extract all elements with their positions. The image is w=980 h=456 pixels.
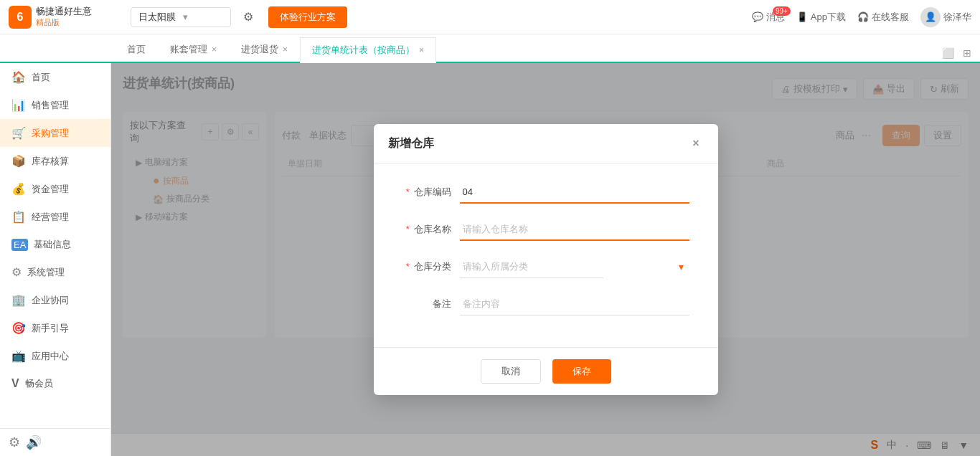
settings-gear-button[interactable]: ⚙ <box>237 6 260 29</box>
warehouse-name-input[interactable] <box>460 218 689 241</box>
sidebar-sales-label: 销售管理 <box>32 99 69 112</box>
sidebar-item-system[interactable]: ⚙ 系统管理 <box>0 258 110 286</box>
sidebar-item-vip[interactable]: V 畅会员 <box>0 370 110 397</box>
sidebar-item-operations[interactable]: 📋 经营管理 <box>0 203 110 231</box>
warehouse-remark-input[interactable] <box>460 293 689 315</box>
sidebar: 🏠 首页 📊 销售管理 🛒 采购管理 📦 库存核算 💰 资金管理 📋 经营管理 … <box>0 63 111 456</box>
try-industry-button[interactable]: 体验行业方案 <box>268 6 347 28</box>
tab-accounts-close[interactable]: × <box>212 44 217 54</box>
modal-overlay: 新增仓库 × * 仓库编码 <box>111 63 980 456</box>
top-header: 6 畅捷通好生意 精品版 日太阳膜 ▾ ⚙ 体验行业方案 💬 消息 99+ 📱 … <box>0 0 980 34</box>
sidebar-system-label: 系统管理 <box>27 266 65 279</box>
sidebar-sound-button[interactable]: 🔊 <box>26 434 42 450</box>
tab-purchase-stats[interactable]: 进货单统计表（按商品） × <box>300 37 436 63</box>
sidebar-item-finance[interactable]: 💰 资金管理 <box>0 175 110 203</box>
modal-body: * 仓库编码 * 仓库名称 <box>374 163 718 347</box>
sidebar-enterprise-label: 企业协同 <box>32 294 69 307</box>
warehouse-category-label: * 仓库分类 <box>402 260 460 273</box>
logo-text-block: 畅捷通好生意 精品版 <box>36 6 92 29</box>
tab-restore-button[interactable]: ⬜ <box>939 44 957 62</box>
cancel-button[interactable]: 取消 <box>481 359 541 384</box>
operations-icon: 📋 <box>11 210 26 224</box>
main-layout: 🏠 首页 📊 销售管理 🛒 采购管理 📦 库存核算 💰 资金管理 📋 经营管理 … <box>0 63 980 456</box>
messages-button[interactable]: 💬 消息 99+ <box>752 11 785 24</box>
sidebar-apps-label: 应用中心 <box>32 350 69 363</box>
sidebar-bottom: ⚙ 🔊 <box>0 428 111 456</box>
header-right: 💬 消息 99+ 📱 App下载 🎧 在线客服 👤 徐泽华 <box>752 7 971 27</box>
store-selector[interactable]: 日太阳膜 ▾ <box>131 7 231 27</box>
tab-purchase-return-close[interactable]: × <box>283 44 288 54</box>
warehouse-category-select-wrap: ▾ <box>460 255 689 278</box>
name-required-mark: * <box>406 224 410 234</box>
tab-accounts-label: 账套管理 <box>170 43 207 56</box>
save-button[interactable]: 保存 <box>552 359 611 384</box>
avatar: 👤 <box>920 7 941 27</box>
store-name: 日太阳膜 <box>138 11 179 24</box>
tab-purchase-return[interactable]: 进货退货 × <box>229 36 300 62</box>
warehouse-remark-row: 备注 <box>402 293 689 315</box>
warehouse-category-row: * 仓库分类 ▾ <box>402 255 689 278</box>
warehouse-category-input[interactable] <box>460 255 603 278</box>
tab-home-label: 首页 <box>127 43 146 56</box>
store-dropdown-arrow: ▾ <box>183 11 223 22</box>
app-download-button[interactable]: 📱 App下载 <box>796 11 846 24</box>
sidebar-newbie-label: 新手引导 <box>32 322 69 335</box>
sidebar-inventory-label: 库存核算 <box>32 155 69 168</box>
warehouse-name-row: * 仓库名称 <box>402 218 689 241</box>
sidebar-home-label: 首页 <box>32 71 50 84</box>
warehouse-code-input[interactable] <box>460 181 689 204</box>
system-icon: ⚙ <box>11 265 22 279</box>
tab-home[interactable]: 首页 <box>115 36 158 62</box>
sidebar-item-enterprise[interactable]: 🏢 企业协同 <box>0 286 110 314</box>
tab-purchase-return-label: 进货退货 <box>241 43 278 56</box>
sidebar-item-purchase[interactable]: 🛒 采购管理 <box>0 119 110 147</box>
sidebar-purchase-label: 采购管理 <box>32 127 69 140</box>
headset-icon: 🎧 <box>857 11 869 22</box>
category-required-mark: * <box>406 261 410 272</box>
content-area: 进货单统计(按商品) 🖨 按模板打印 ▾ 📤 导出 ↻ <box>111 63 980 456</box>
tab-purchase-stats-close[interactable]: × <box>419 45 424 55</box>
sidebar-settings-button[interactable]: ⚙ <box>9 434 20 450</box>
inventory-icon: 📦 <box>11 154 26 168</box>
user-profile-button[interactable]: 👤 徐泽华 <box>920 7 971 27</box>
warehouse-name-label: * 仓库名称 <box>402 223 460 236</box>
modal-close-button[interactable]: × <box>688 136 703 151</box>
app-dl-label: App下载 <box>811 11 846 24</box>
modal-footer: 取消 保存 <box>374 347 718 395</box>
online-service-button[interactable]: 🎧 在线客服 <box>857 11 909 24</box>
sidebar-item-inventory[interactable]: 📦 库存核算 <box>0 147 110 175</box>
message-badge: 99+ <box>773 6 791 16</box>
vip-icon: V <box>11 377 19 390</box>
message-icon: 💬 <box>752 11 763 22</box>
tab-controls: ⬜ ⊞ <box>939 44 980 62</box>
sidebar-item-basic[interactable]: EA 基础信息 <box>0 231 110 258</box>
modal-header: 新增仓库 × <box>374 124 718 163</box>
category-dropdown-arrow: ▾ <box>679 261 684 272</box>
sidebar-item-sales[interactable]: 📊 销售管理 <box>0 91 110 119</box>
apps-icon: 📺 <box>11 349 26 363</box>
code-required-mark: * <box>406 186 410 197</box>
logo-area: 6 畅捷通好生意 精品版 <box>9 6 116 29</box>
purchase-icon: 🛒 <box>11 126 26 140</box>
home-icon: 🏠 <box>11 70 26 84</box>
app-dl-icon: 📱 <box>796 11 808 22</box>
tab-accounts[interactable]: 账套管理 × <box>158 36 229 62</box>
logo-sub: 精品版 <box>36 17 92 28</box>
basic-icon: EA <box>11 239 28 251</box>
warehouse-remark-label: 备注 <box>402 298 460 310</box>
logo-title: 畅捷通好生意 <box>36 6 92 18</box>
sidebar-basic-label: 基础信息 <box>34 238 71 251</box>
sidebar-item-home[interactable]: 🏠 首页 <box>0 63 110 91</box>
sidebar-item-apps[interactable]: 📺 应用中心 <box>0 342 110 370</box>
tab-fullscreen-button[interactable]: ⊞ <box>960 44 974 62</box>
username: 徐泽华 <box>943 11 971 24</box>
online-service-label: 在线客服 <box>872 11 909 24</box>
sidebar-operations-label: 经营管理 <box>32 211 69 224</box>
warehouse-code-row: * 仓库编码 <box>402 181 689 204</box>
sidebar-vip-label: 畅会员 <box>25 377 53 390</box>
sidebar-item-newbie[interactable]: 🎯 新手引导 <box>0 314 110 342</box>
app-logo-icon: 6 <box>9 6 32 29</box>
tab-purchase-stats-label: 进货单统计表（按商品） <box>312 44 415 57</box>
new-warehouse-modal: 新增仓库 × * 仓库编码 <box>374 124 718 395</box>
finance-icon: 💰 <box>11 182 26 196</box>
